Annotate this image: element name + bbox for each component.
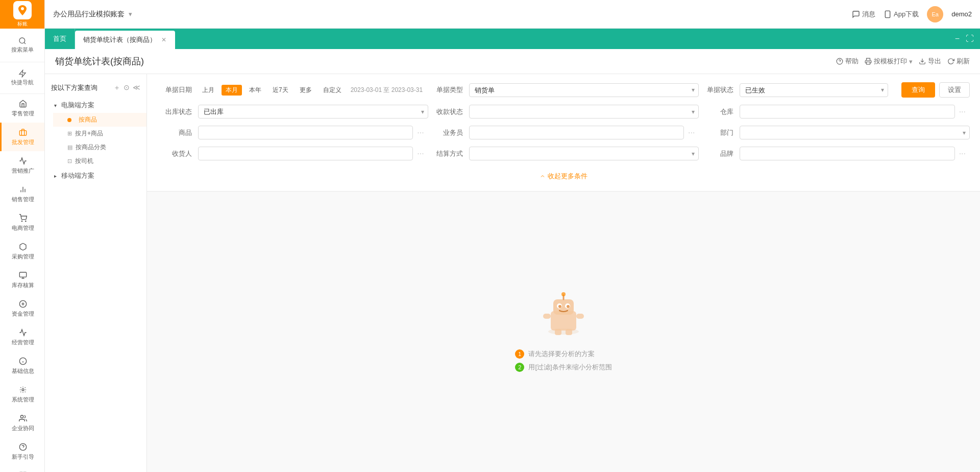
salesperson-label: 业务员 [428, 128, 469, 137]
app-logo-text: 标账 [17, 20, 28, 28]
topbar-left: 办公用品行业模拟账套 ▾ [53, 10, 132, 19]
sidebar-item-purchase[interactable]: 采购管理 [0, 237, 44, 266]
search-menu-button[interactable]: 搜索菜单 [4, 34, 40, 57]
query-button[interactable]: 查询 [901, 82, 935, 98]
doc-type-select[interactable]: 销货单 [469, 83, 699, 97]
sidebar-item-basic[interactable]: 基础信息 [0, 351, 44, 380]
app-download-button[interactable]: App下载 [884, 10, 919, 19]
tree-item-by-category[interactable]: ▤ 按商品分类 [53, 140, 146, 154]
out-status-select[interactable]: 已出库 [198, 105, 428, 119]
warehouse-input[interactable] [740, 105, 954, 119]
sidebar-item-sales[interactable]: 销售管理 [0, 180, 44, 208]
date-tab-this-month[interactable]: 本月 [222, 85, 242, 96]
warehouse-dots-icon[interactable]: ··· [955, 107, 970, 116]
empty-state: 1 请先选择要分析的方案 2 用[过滤]条件来缩小分析范围 [147, 192, 980, 472]
sidebar-item-enterprise-label: 企业协同 [12, 424, 34, 432]
tree-desktop-label: 电脑端方案 [61, 101, 94, 110]
date-tab-last-month[interactable]: 上月 [198, 85, 218, 96]
sidebar-item-guide[interactable]: 新手引导 [0, 437, 44, 466]
sidebar-item-inventory-label: 库存核算 [12, 281, 34, 289]
tree-item-by-goods[interactable]: 按商品 [53, 113, 146, 127]
department-select[interactable] [740, 126, 970, 139]
sidebar-item-apps[interactable]: 应用中心 [0, 466, 44, 472]
svg-rect-40 [576, 314, 584, 319]
print-dropdown-icon[interactable]: ▾ [909, 58, 913, 65]
content-area: 销货单统计表(按商品) 帮助 按模板打印 ▾ 导出 [45, 49, 980, 472]
export-button[interactable]: 导出 [919, 57, 941, 66]
tree-item-by-cashier[interactable]: ⊡ 按司机 [53, 154, 146, 168]
sidebar-item-enterprise[interactable]: 企业协同 [0, 409, 44, 437]
brand-input[interactable] [740, 147, 954, 160]
tree-expand-icon: ▾ [51, 101, 59, 109]
message-label: 消息 [862, 10, 875, 19]
date-tab-this-year[interactable]: 本年 [245, 85, 265, 96]
app-logo[interactable]: 标账 [0, 0, 44, 29]
date-tab-custom[interactable]: 自定义 [319, 85, 346, 96]
brand-dots-icon[interactable]: ··· [955, 149, 970, 158]
tree-mobile-group[interactable]: ▸ 移动端方案 [45, 168, 146, 183]
tab-home[interactable]: 首页 [45, 29, 75, 49]
add-scheme-icon[interactable]: ＋ [113, 83, 120, 92]
action-buttons: 查询 设置 [888, 82, 970, 98]
inventory-icon [18, 271, 28, 280]
sidebar-item-sales-label: 销售管理 [12, 196, 34, 203]
filter-row-1: 单据日期 上月 本月 本年 近7天 更多 自定义 2023-03-01 至 20… [157, 82, 970, 98]
message-button[interactable]: 消息 [852, 10, 875, 19]
edit-scheme-icon[interactable]: ⊙ [124, 83, 130, 92]
doc-type-select-wrapper: 销货单 [469, 83, 699, 97]
shop-icon [18, 99, 28, 108]
step-1-text: 请先选择要分析的方案 [528, 349, 595, 359]
tab-maximize-button[interactable]: ⛶ [964, 32, 976, 45]
payment-status-select[interactable] [469, 105, 699, 119]
settings-button[interactable]: 设置 [939, 82, 970, 98]
sidebar-item-wholesale[interactable]: 批发管理 [0, 123, 44, 151]
date-label: 单据日期 [157, 85, 198, 95]
megaphone-icon [18, 156, 28, 166]
goods-input[interactable] [198, 126, 413, 139]
receiver-input[interactable] [198, 147, 413, 160]
tab-close-icon[interactable]: ✕ [161, 36, 166, 43]
sidebar-item-ecommerce[interactable]: 电商管理 [0, 208, 44, 237]
salesperson-dots-icon[interactable]: ··· [684, 128, 699, 137]
tab-minimize-button[interactable]: − [953, 32, 962, 45]
empty-illustration [538, 288, 589, 339]
date-tab-more[interactable]: 更多 [296, 85, 316, 96]
sidebar-item-guide-label: 新手引导 [12, 453, 34, 461]
goods-dots-icon[interactable]: ··· [413, 128, 428, 137]
tabbar-right: − ⛶ [953, 32, 980, 45]
filter-inner: 单据日期 上月 本月 本年 近7天 更多 自定义 2023-03-01 至 20… [147, 74, 980, 191]
print-button[interactable]: 按模板打印 ▾ [865, 57, 913, 66]
doc-type-label: 单据类型 [428, 85, 469, 95]
tree-item-by-month-goods[interactable]: ⊞ 按月+商品 [53, 127, 146, 140]
sidebar: 标账 搜索菜单 快捷导航 零售管理 批发管理 [0, 0, 45, 472]
collapse-panel-icon[interactable]: ≪ [133, 83, 140, 92]
user-avatar[interactable]: Ea [927, 6, 943, 22]
refresh-button[interactable]: 刷新 [947, 57, 970, 66]
sidebar-item-inventory[interactable]: 库存核算 [0, 266, 44, 294]
collapse-button[interactable]: 收起更多条件 [540, 172, 587, 181]
sidebar-item-finance[interactable]: 资金管理 [0, 294, 44, 323]
sidebar-item-marketing[interactable]: 营销推广 [0, 151, 44, 180]
date-tab-7days[interactable]: 近7天 [268, 85, 292, 96]
collapse-label: 收起更多条件 [548, 172, 587, 181]
tree-desktop-items: 按商品 ⊞ 按月+商品 ▤ 按商品分类 ⊡ [45, 113, 146, 168]
tab-sales-report[interactable]: 销货单统计表（按商品） ✕ [75, 31, 175, 49]
salesperson-input[interactable] [469, 126, 684, 139]
receiver-dots-icon[interactable]: ··· [413, 149, 428, 158]
dropdown-icon[interactable]: ▾ [129, 10, 132, 18]
help-button[interactable]: 帮助 [836, 57, 859, 66]
svg-point-0 [19, 38, 25, 43]
quick-nav-button[interactable]: 快捷导航 [0, 65, 44, 90]
filter-col-goods: 商品 ··· [157, 126, 428, 139]
desktop-section: ▾ 电脑端方案 按商品 ⊞ 按月+商品 [45, 98, 146, 168]
sidebar-item-operation[interactable]: 经营管理 [0, 323, 44, 351]
svg-rect-42 [566, 329, 572, 335]
payment-method-select[interactable] [469, 147, 699, 160]
sidebar-item-retail[interactable]: 零售管理 [0, 94, 44, 123]
tree-desktop-group[interactable]: ▾ 电脑端方案 [45, 98, 146, 113]
doc-status-select[interactable]: 已生效 [740, 83, 888, 97]
sidebar-item-system[interactable]: 系统管理 [0, 380, 44, 409]
tabbar: 首页 销货单统计表（按商品） ✕ − ⛶ [45, 29, 980, 49]
step-2-num: 2 [515, 363, 524, 372]
calendar-icon: ⊞ [67, 130, 72, 137]
